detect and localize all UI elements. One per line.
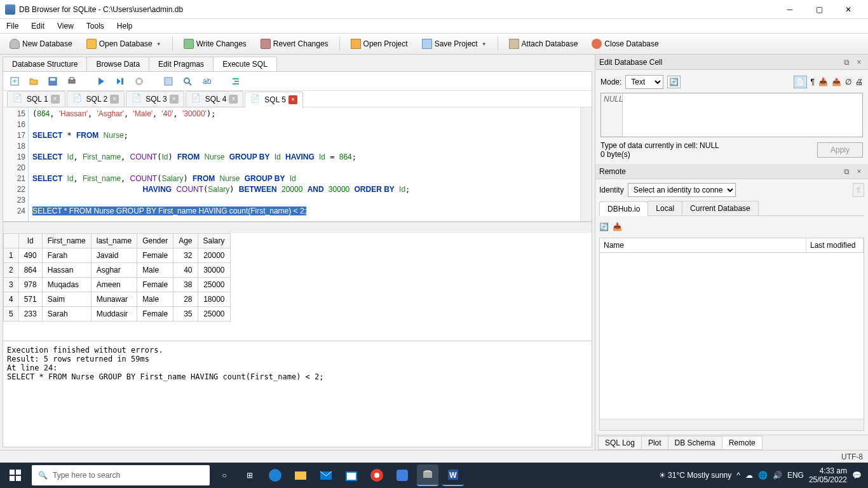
tab-current-db[interactable]: Current Database [682,201,759,215]
sql-code[interactable]: (864, 'Hassan', 'Asghar', 'Male', '40', … [29,107,580,221]
table-row[interactable]: 5233SarahMuddasirFemale3525000 [4,307,231,322]
scrollbar-vertical[interactable] [580,107,592,221]
scrollbar-horizontal[interactable] [3,222,592,233]
close-tab-icon[interactable]: × [229,95,238,104]
sql-editor[interactable]: 15161718192021222324 (864, 'Hassan', 'As… [3,107,592,222]
task-view-icon[interactable]: ⊞ [239,464,261,486]
save-results-icon[interactable] [161,74,176,89]
network-icon[interactable]: 🌐 [758,471,768,480]
chrome-icon[interactable] [366,464,388,486]
tab-sql-log[interactable]: SQL Log [598,436,642,450]
word-icon[interactable]: W [442,464,464,486]
tab-browse-data[interactable]: Browse Data [86,57,149,71]
weather-widget[interactable]: ☀ 31°C Mostly sunny [659,471,732,480]
close-tab-icon[interactable]: × [110,95,119,104]
print-cell-icon[interactable]: 🖨 [855,78,863,86]
menu-view[interactable]: View [55,20,76,32]
col-gender[interactable]: Gender [137,234,173,248]
sql-tab-4[interactable]: 📄SQL 4× [186,91,244,107]
file-explorer-icon[interactable] [290,464,311,486]
sql-tab-3[interactable]: 📄SQL 3× [126,91,184,107]
tray-chevron-icon[interactable]: ^ [736,471,740,480]
push-icon[interactable]: ⇪ [853,183,864,197]
close-database-button[interactable]: Close Database [586,36,664,51]
remote-file-list[interactable]: Name Last modified [599,238,864,431]
mode-select[interactable]: Text [625,75,663,89]
table-row[interactable]: 4571SaimMunawarMale2818000 [4,292,231,307]
col-last-modified[interactable]: Last modified [806,238,864,252]
volume-icon[interactable]: 🔊 [773,471,782,480]
start-button[interactable] [0,463,31,488]
execute-icon[interactable] [93,74,109,89]
col-age[interactable]: Age [173,234,198,248]
save-sql-icon[interactable] [45,74,60,89]
edge-icon[interactable] [264,464,286,486]
table-row[interactable]: 3978MuqadasAmeenFemale3825000 [4,278,231,292]
apply-button[interactable]: Apply [817,142,863,158]
tab-dbhub[interactable]: DBHub.io [599,201,648,216]
taskbar-search[interactable]: 🔍 Type here to search [32,465,210,485]
tab-local[interactable]: Local [648,201,682,215]
scrollbar-horizontal[interactable] [600,419,864,430]
tab-execute-sql[interactable]: Execute SQL [213,57,277,71]
notifications-icon[interactable]: 💬 [852,471,862,480]
minimize-button[interactable]: ─ [775,0,804,19]
open-project-button[interactable]: Open Project [345,36,414,51]
tab-edit-pragmas[interactable]: Edit Pragmas [149,57,214,71]
onedrive-icon[interactable]: ☁ [745,471,753,480]
write-changes-button[interactable]: Write Changes [178,36,252,51]
sql-tab-5[interactable]: 📄SQL 5× [245,92,303,108]
db-browser-icon[interactable] [417,464,438,486]
export-icon[interactable]: 📤 [832,78,841,86]
clone-icon[interactable]: 📥 [613,222,622,231]
rtl-icon[interactable]: ¶ [811,78,815,86]
table-row[interactable]: 1490FarahJavaidFemale3220000 [4,248,231,263]
sql-tab-1[interactable]: 📄SQL 1× [7,91,65,107]
find-icon[interactable] [180,74,195,89]
language-icon[interactable]: ENG [787,471,804,480]
attach-database-button[interactable]: Attach Database [503,36,584,51]
tab-db-schema[interactable]: DB Schema [668,436,722,450]
identity-select[interactable]: Select an identity to connect [628,183,736,197]
undock-icon[interactable]: ⧉ [841,57,851,67]
import-icon[interactable]: 📥 [818,78,828,86]
save-project-button[interactable]: Save Project▼ [416,36,492,51]
auto-format-icon[interactable]: 🔄 [667,76,681,88]
close-tab-icon[interactable]: × [51,95,60,104]
tab-remote[interactable]: Remote [722,436,763,450]
text-view-icon[interactable]: 📄 [794,76,807,88]
indent-icon[interactable] [228,74,243,89]
clock[interactable]: 4:33 am 25/05/2022 [809,466,847,484]
refresh-icon[interactable]: 🔄 [599,222,609,231]
maximize-button[interactable]: ▢ [804,0,834,19]
undock-icon[interactable]: ⧉ [841,166,851,177]
tab-plot[interactable]: Plot [641,436,668,450]
open-sql-file-icon[interactable] [26,74,41,89]
results-grid[interactable]: Id First_name last_name Gender Age Salar… [3,233,592,341]
menu-file[interactable]: File [4,20,21,32]
table-row[interactable]: 2864HassanAsgharMale4030000 [4,263,231,278]
cell-content-input[interactable]: NULL [600,93,863,137]
col-name[interactable]: Name [600,238,806,252]
menu-tools[interactable]: Tools [84,20,107,32]
close-tab-icon[interactable]: × [170,95,179,104]
tab-database-structure[interactable]: Database Structure [3,57,87,71]
close-tab-icon[interactable]: × [288,95,297,104]
stop-icon[interactable] [132,74,147,89]
menu-help[interactable]: Help [114,20,135,32]
open-database-button[interactable]: Open Database▼ [81,36,167,51]
col-firstname[interactable]: First_name [42,234,91,248]
col-id[interactable]: Id [18,234,42,248]
zoom-icon[interactable] [391,464,413,486]
close-window-button[interactable]: ✕ [834,0,863,19]
execution-log[interactable]: Execution finished without errors. Resul… [3,341,592,447]
col-lastname[interactable]: last_name [91,234,137,248]
col-salary[interactable]: Salary [198,234,230,248]
execute-line-icon[interactable] [112,74,128,89]
mail-icon[interactable] [315,464,337,486]
store-icon[interactable] [341,464,362,486]
sql-tab-2[interactable]: 📄SQL 2× [67,91,125,107]
cortana-icon[interactable]: ○ [214,464,235,486]
close-panel-icon[interactable]: × [854,166,864,177]
print-icon[interactable] [64,74,79,89]
